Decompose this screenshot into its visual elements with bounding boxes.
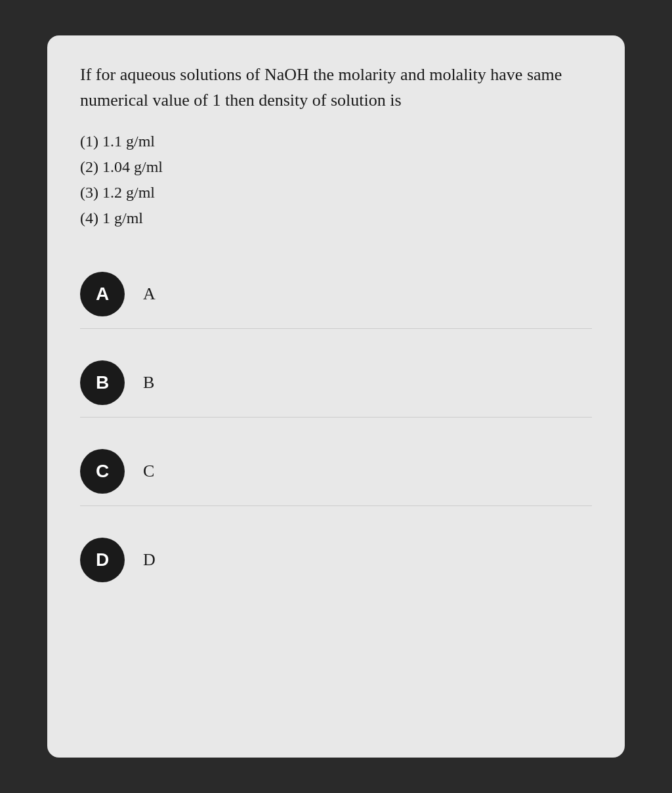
option-item: (1) 1.1 g/ml: [80, 133, 592, 150]
question-text: If for aqueous solutions of NaOH the mol…: [80, 62, 592, 113]
answer-button-a[interactable]: A: [80, 272, 125, 316]
answer-row: DD: [80, 526, 592, 594]
answer-label-c: C: [143, 461, 154, 481]
answer-row: BB: [80, 349, 592, 418]
answer-label-d: D: [143, 550, 156, 570]
answer-button-d[interactable]: D: [80, 538, 125, 582]
answer-row: CC: [80, 437, 592, 506]
options-list: (1) 1.1 g/ml(2) 1.04 g/ml(3) 1.2 g/ml(4)…: [80, 133, 592, 227]
answer-button-b[interactable]: B: [80, 360, 125, 405]
question-card: If for aqueous solutions of NaOH the mol…: [47, 35, 625, 758]
option-item: (4) 1 g/ml: [80, 209, 592, 227]
answer-label-a: A: [143, 284, 156, 304]
answer-buttons: AABBCCDD: [80, 260, 592, 594]
option-item: (2) 1.04 g/ml: [80, 158, 592, 176]
answer-row: AA: [80, 260, 592, 329]
option-item: (3) 1.2 g/ml: [80, 184, 592, 202]
answer-label-b: B: [143, 373, 154, 393]
answer-button-c[interactable]: C: [80, 449, 125, 494]
